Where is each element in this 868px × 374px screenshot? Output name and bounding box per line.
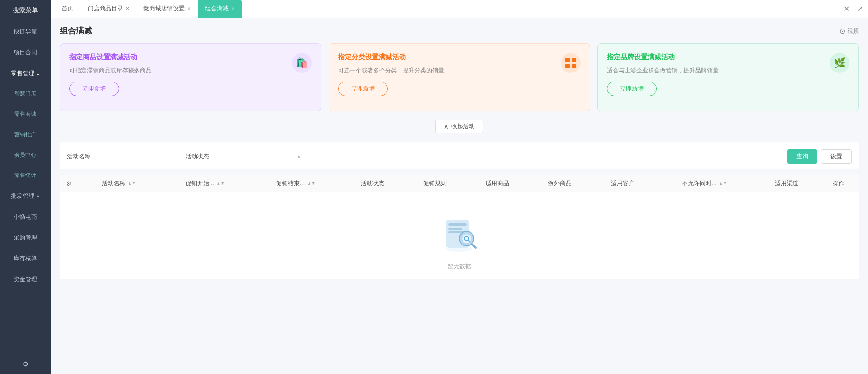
card-brand-title: 指定品牌设置满减活动 [607,53,849,62]
tab-home[interactable]: 首页 [54,0,81,18]
gear-icon: ⚙ [23,360,29,368]
tab-combo-discount-label: 组合满减 [205,5,229,13]
sidebar-item-marketing[interactable]: 营销推广 [0,125,51,145]
sidebar-item-quick-nav[interactable]: 快捷导航 [0,21,51,42]
sort-icon-activity-name[interactable]: ▲▼ [128,182,136,186]
data-table-wrap: ⚙ 活动名称 ▲▼ 促销开始... ▲▼ 促销结束... ▲▼ [60,175,859,279]
sort-icon-promo-start[interactable]: ▲▼ [216,182,224,186]
chevron-down-icon: ∨ [297,153,301,160]
tab-store-catalog-label: 门店商品目录 [88,5,123,13]
tab-store-catalog[interactable]: 门店商品目录 × [81,0,136,18]
search-actions: 查询 设置 [787,149,852,164]
video-link[interactable]: ⊙ 视频 [839,27,859,35]
page-title: 组合满减 [60,25,92,36]
maximize-window-icon[interactable]: ⤢ [855,3,864,15]
card-category-icon [561,53,581,73]
tab-store-catalog-close[interactable]: × [126,5,129,12]
sidebar-item-inventory[interactable]: 库存核算 [0,248,51,269]
query-button[interactable]: 查询 [787,149,817,164]
sidebar: 搜索菜单 快捷导航 项目合同 零售管理 智慧门店 零售商城 营销推广 会员中心 … [0,0,51,374]
empty-state: 暂无数据 [60,192,859,279]
setting-button[interactable]: 设置 [821,149,852,164]
empty-illustration [437,211,482,256]
collapse-label: 收起活动 [451,122,475,130]
sidebar-item-smart-store[interactable]: 智慧门店 [0,84,51,104]
card-category-add-btn[interactable]: 立即新增 [338,82,388,96]
card-product-desc: 可指定滞销商品或库存较多商品 [69,66,312,75]
sidebar-item-wholesale-mgmt[interactable]: 批发管理 [0,186,51,206]
table-col-settings: ⚙ [60,175,78,192]
sidebar-item-purchase-mgmt[interactable]: 采购管理 [0,227,51,248]
table-col-no-concurrent: 不允许同时... ▲▼ [654,175,755,192]
activity-name-label: 活动名称 [67,153,91,161]
tab-bar: 首页 门店商品目录 × 微商城店铺设置 × 组合满减 × ✕ ⤢ [51,0,868,18]
table-col-operation: 操作 [818,175,859,192]
card-brand: 🌿 指定品牌设置满减活动 适合与上游企业联合做营销，提升品牌销量 立即新增 [597,43,859,111]
settings-icon-btn[interactable]: ⚙ [0,354,51,374]
svg-line-11 [472,244,476,248]
sidebar-search[interactable]: 搜索菜单 [0,0,51,21]
sidebar-item-finance-mgmt[interactable]: 资金管理 [0,269,51,290]
card-product-icon: 🛍️ [292,53,312,73]
page-header: 组合满减 ⊙ 视频 [60,25,859,36]
sidebar-item-project-contract[interactable]: 项目合同 [0,42,51,63]
main-content: 首页 门店商品目录 × 微商城店铺设置 × 组合满减 × ✕ ⤢ 组合满减 ⊙ … [51,0,868,374]
table-col-activity-status: 活动状态 [341,175,404,192]
tab-combo-discount[interactable]: 组合满减 × [198,0,242,18]
card-product: 🛍️ 指定商品设置满减活动 可指定滞销商品或库存较多商品 立即新增 [60,43,321,111]
table-col-promo-start: 促销开始... ▲▼ [160,175,251,192]
tab-wechat-store-close[interactable]: × [187,5,191,12]
card-product-title: 指定商品设置满减活动 [69,53,312,62]
search-bar: 活动名称 活动状态 ∨ 查询 设置 [60,142,859,169]
table-col-applicable-goods: 适用商品 [466,175,529,192]
table-col-promo-end: 促销结束... ▲▼ [250,175,341,192]
sidebar-item-xiaochangec[interactable]: 小畅电商 [0,206,51,227]
cards-row: 🛍️ 指定商品设置满减活动 可指定滞销商品或库存较多商品 立即新增 指定分类设置… [60,43,859,111]
table-col-exclude-goods: 例外商品 [529,175,591,192]
tab-wechat-store[interactable]: 微商城店铺设置 × [136,0,198,18]
card-product-add-btn[interactable]: 立即新增 [69,82,119,96]
card-category-title: 指定分类设置满减活动 [338,53,581,62]
tab-combo-discount-close[interactable]: × [231,5,234,12]
sidebar-item-retail-stats[interactable]: 零售统计 [0,165,51,186]
activity-status-label: 活动状态 [186,153,209,161]
card-brand-add-btn[interactable]: 立即新增 [607,82,657,96]
card-category-desc: 可选一个或者多个分类，提升分类的销量 [338,66,581,75]
tab-home-label: 首页 [62,5,73,13]
svg-rect-1 [572,58,576,62]
card-brand-desc: 适合与上游企业联合做营销，提升品牌销量 [607,66,849,75]
sidebar-item-member-center[interactable]: 会员中心 [0,145,51,165]
table-col-applicable-customer: 适用客户 [591,175,654,192]
play-circle-icon: ⊙ [839,27,845,35]
activity-name-input[interactable] [95,151,176,162]
svg-rect-0 [565,58,570,62]
page-content: 组合满减 ⊙ 视频 🛍️ 指定商品设置满减活动 可指定滞销商品或库存较多商品 立… [51,18,868,374]
card-category: 指定分类设置满减活动 可选一个或者多个分类，提升分类的销量 立即新增 [329,43,590,111]
video-label: 视频 [847,27,859,35]
tab-bar-actions: ✕ ⤢ [842,3,864,15]
table-col-applicable-channel: 适用渠道 [755,175,818,192]
activity-status-field: 活动状态 ∨ [186,151,304,162]
close-window-icon[interactable]: ✕ [842,3,851,15]
card-brand-icon: 🌿 [830,53,849,73]
table-settings-gear-icon[interactable]: ⚙ [66,180,72,187]
svg-rect-3 [572,64,576,68]
svg-rect-7 [448,228,462,230]
data-table: ⚙ 活动名称 ▲▼ 促销开始... ▲▼ 促销结束... ▲▼ [60,175,859,192]
sort-icon-no-concurrent[interactable]: ▲▼ [719,182,727,186]
tab-wechat-store-label: 微商城店铺设置 [143,5,185,13]
table-col-promo-rule: 促销规则 [404,175,466,192]
empty-text: 暂无数据 [60,262,859,270]
svg-rect-2 [565,64,570,68]
collapse-icon: ∧ [444,123,448,130]
sort-icon-promo-end[interactable]: ▲▼ [307,182,315,186]
collapse-activity-btn[interactable]: ∧ 收起活动 [435,120,483,133]
activity-name-field: 活动名称 [67,151,176,162]
sidebar-item-retail-mgmt[interactable]: 零售管理 [0,63,51,84]
table-col-activity-name: 活动名称 ▲▼ [78,175,160,192]
activity-status-select[interactable]: ∨ [214,151,304,162]
sidebar-item-retail-mall[interactable]: 零售商城 [0,104,51,125]
svg-rect-6 [448,223,467,226]
collapse-bar: ∧ 收起活动 [60,117,859,136]
